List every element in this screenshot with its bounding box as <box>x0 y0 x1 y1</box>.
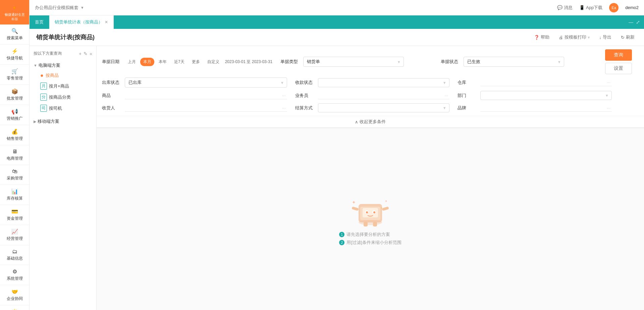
sidebar-item-retail[interactable]: 🛒 零售管理 <box>0 65 29 85</box>
sidebar-item-basic[interactable]: 🗂 基础信息 <box>0 245 29 265</box>
goods-input[interactable]: ··· <box>125 92 287 99</box>
sidebar-item-marketing[interactable]: 📢 营销推广 <box>0 105 29 125</box>
sidebar-item-enterprise[interactable]: 🤝 企业协同 <box>0 285 29 305</box>
filter-warehouse-field: 仓库 ··· <box>458 79 639 86</box>
query-button[interactable]: 查询 <box>605 49 632 61</box>
sidebar-item-wholesale[interactable]: 📦 批发管理 <box>0 85 29 105</box>
date-btn-more[interactable]: 更多 <box>189 58 203 66</box>
workspace: 按以下方案查询 + ✎ « ▼ 电脑端方案 ● 按商品 <box>30 46 644 310</box>
refresh-btn[interactable]: ↻ 刷新 <box>618 33 637 42</box>
tree-child-by-month-goods[interactable]: 月 按月+商品 <box>30 81 96 92</box>
brand-input[interactable]: ··· <box>480 104 612 112</box>
tree-child-by-driver-label: 按司机 <box>49 105 62 111</box>
salesperson-label: 业务员 <box>295 93 315 99</box>
sidebar-item-guide[interactable]: 🌟 新手引导 <box>0 305 29 310</box>
help-btn[interactable]: ❓ 帮助 <box>531 33 552 42</box>
filter-row-2: 出库状态 已出库 ▾ 收款状态 ▾ <box>97 74 644 91</box>
topbar-message-label: 消息 <box>564 5 573 11</box>
bill-type-arrow: ▾ <box>398 59 400 64</box>
app-logo[interactable]: 🔸 畅捷通好生意 标版 <box>0 0 29 24</box>
tab-report[interactable]: 销货单统计表（按商品） ✕ <box>49 15 114 29</box>
receiver-input[interactable]: ··· <box>125 104 287 112</box>
department-arrow: ▾ <box>606 93 608 98</box>
receiver-dots: ··· <box>282 105 286 110</box>
date-btn-7days[interactable]: 近7天 <box>171 58 187 66</box>
salesperson-input[interactable]: ··· <box>318 92 449 99</box>
filter-receiver-field: 收货人 ··· <box>102 104 287 112</box>
warehouse-label: 仓库 <box>458 80 478 86</box>
minimize-icon[interactable]: — <box>629 19 633 25</box>
sidebar-item-finance[interactable]: 💳 资金管理 <box>0 205 29 225</box>
add-scheme-icon[interactable]: + <box>79 51 82 56</box>
export-btn[interactable]: ↓ 导出 <box>597 33 614 42</box>
message-icon: 💬 <box>557 5 562 10</box>
collapse-filter-btn[interactable]: ∧ 收起更多条件 <box>97 116 644 127</box>
tab-close-icon[interactable]: ✕ <box>105 20 108 24</box>
filter-department-field: 部门 ▾ <box>458 91 639 100</box>
sidebar-item-inventory[interactable]: 📊 库存核算 <box>0 185 29 205</box>
sidebar-item-quicknav[interactable]: ⚡ 快捷导航 <box>0 45 29 65</box>
inventory-icon: 📊 <box>1 188 28 195</box>
tree-child-by-category[interactable]: 分 按商品分类 <box>30 92 96 103</box>
sidebar-item-purchase[interactable]: 🛍 采购管理 <box>0 165 29 185</box>
avatar-initials: Ea <box>612 6 616 10</box>
sidebar-item-operation[interactable]: 📈 经营管理 <box>0 225 29 245</box>
bill-status-select[interactable]: 已生效 ▾ <box>464 57 564 67</box>
sidebar-item-finance-label: 资金管理 <box>1 216 28 221</box>
date-btn-thismonth[interactable]: 本月 <box>140 58 154 66</box>
filter-brand-field: 品牌 ··· <box>458 104 639 112</box>
sidebar-item-sales-label: 销售管理 <box>1 136 28 142</box>
edit-scheme-icon[interactable]: ✎ <box>84 51 88 56</box>
tree-child-by-driver[interactable]: 司 按司机 <box>30 103 96 114</box>
department-select[interactable]: ▾ <box>480 91 612 100</box>
date-btn-custom[interactable]: 自定义 <box>204 58 222 66</box>
bill-type-label: 单据类型 <box>280 59 301 65</box>
maximize-icon[interactable]: ⤢ <box>636 19 640 25</box>
date-label: 单据日期 <box>102 59 122 65</box>
bill-status-value: 已生效 <box>467 59 480 65</box>
tree-parent-mobile[interactable]: ▶ 移动端方案 <box>30 116 96 126</box>
tree-child-by-month-goods-label: 按月+商品 <box>49 83 69 89</box>
user-avatar[interactable]: Ea <box>609 3 619 12</box>
sidebar-item-purchase-label: 采购管理 <box>1 175 28 181</box>
sidebar-item-sales[interactable]: 💰 销售管理 <box>0 125 29 145</box>
topbar-message-btn[interactable]: 💬 消息 <box>557 5 573 11</box>
receiver-label: 收货人 <box>102 105 122 111</box>
date-btn-lastmonth[interactable]: 上月 <box>125 58 139 66</box>
tree-parent-desktop[interactable]: ▼ 电脑端方案 <box>30 60 96 70</box>
filter-settlement-field: 结算方式 ▾ <box>295 103 449 112</box>
topbar-app-download-btn[interactable]: 📱 App下载 <box>579 5 602 11</box>
tab-report-label: 销货单统计表（按商品） <box>55 19 103 25</box>
warehouse-dots: ··· <box>607 80 610 85</box>
out-status-select[interactable]: 已出库 ▾ <box>125 78 287 88</box>
sidebar-item-enterprise-label: 企业协同 <box>1 296 28 302</box>
sidebar-item-search[interactable]: 🔍 搜索菜单 <box>0 24 29 45</box>
print-btn[interactable]: 🖨 按模板打印 ▾ <box>556 33 593 42</box>
settlement-select[interactable]: ▾ <box>318 103 449 112</box>
bill-type-select[interactable]: 销货单 ▾ <box>303 57 404 67</box>
filter-row-1: 单据日期 上月 本月 本年 近7天 更多 自定义 2023-03-01 至 20… <box>97 46 644 74</box>
page-title-row: 销货单统计表(按商品) ❓ 帮助 🖨 按模板打印 ▾ ↓ 导出 <box>36 33 637 42</box>
tree-child-by-goods[interactable]: ● 按商品 <box>30 70 96 81</box>
sidebar-item-marketing-label: 营销推广 <box>1 116 28 121</box>
settings-button[interactable]: 设置 <box>605 63 632 74</box>
topbar-dropdown-arrow[interactable]: ▾ <box>81 5 84 10</box>
warehouse-input[interactable]: ··· <box>480 79 612 86</box>
tab-home[interactable]: 首页 <box>30 15 49 29</box>
sidebar-item-retail-label: 零售管理 <box>1 75 28 81</box>
app-subtitle: 标版 <box>3 17 26 21</box>
svg-rect-8 <box>352 207 359 211</box>
department-label: 部门 <box>458 93 478 99</box>
date-btn-thisyear[interactable]: 本年 <box>156 58 170 66</box>
sidebar-item-system[interactable]: ⚙ 系统管理 <box>0 265 29 285</box>
collapse-panel-icon[interactable]: « <box>90 51 92 56</box>
sidebar-item-ecommerce[interactable]: 🖥 电商管理 <box>0 145 29 165</box>
bill-status-arrow: ▾ <box>558 59 560 64</box>
scheme-month-icon: 月 <box>40 83 47 90</box>
filter-row-3: 商品 ··· 业务员 ··· 部门 <box>97 91 644 103</box>
empty-state: ✦ ✦ ✦ 1 请先选择要分析的方案 2 用[过滤]条件来缩小分析范围 <box>326 177 415 261</box>
payment-status-arrow: ▾ <box>443 80 446 85</box>
wholesale-icon: 📦 <box>1 88 28 95</box>
payment-status-select[interactable]: ▾ <box>318 78 449 87</box>
bill-status-label: 单据状态 <box>441 59 461 65</box>
